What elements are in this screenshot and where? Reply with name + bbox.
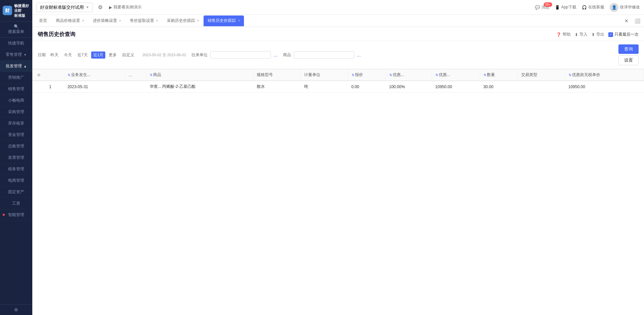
- tab-label: 商品价格设置: [56, 18, 80, 24]
- cell-discount-amount: 10950.00: [432, 81, 480, 93]
- sidebar-settings-button[interactable]: ⚙: [0, 304, 32, 315]
- col-business-date[interactable]: ⇅业务发生...: [64, 69, 125, 81]
- tab-purchase-history[interactable]: 采购历史价跟踪 ×: [163, 15, 203, 26]
- tab-home[interactable]: 首页: [35, 15, 51, 26]
- date-btn-custom[interactable]: 自定义: [120, 51, 136, 59]
- col-discount-rate[interactable]: ⇅优惠...: [386, 69, 432, 81]
- tab-close-icon[interactable]: ×: [119, 19, 121, 23]
- date-btn-more[interactable]: 更多: [107, 51, 119, 59]
- tab-close-icon[interactable]: ×: [238, 19, 240, 23]
- maximize-tab-button[interactable]: ⬜: [633, 17, 641, 25]
- app-download-label: App下载: [561, 4, 576, 10]
- product-dots[interactable]: ...: [357, 52, 361, 58]
- sidebar-item-inventory[interactable]: 库存核算: [0, 118, 32, 129]
- sort-icon: ⇅: [484, 73, 486, 77]
- col-discount-amount[interactable]: ⇅优惠...: [432, 69, 480, 81]
- sidebar-item-label: 小畅电商: [8, 98, 24, 103]
- tabbar: 首页 商品价格设置 × 进价策略设置 × 售价提取设置 × 采购历史价跟踪 × …: [32, 15, 644, 27]
- only-last-checkbox[interactable]: ✓ 只看最后一次: [608, 32, 639, 37]
- tab-close-icon[interactable]: ×: [156, 19, 158, 23]
- tab-sale-extract[interactable]: 售价提取设置 ×: [126, 15, 162, 26]
- topbar-right: 💬 消息 99+ 📱 App下载 🎧 在线客服 👤 徐泽华修改: [535, 3, 640, 12]
- online-service-button[interactable]: 🎧 在线客服: [582, 4, 604, 10]
- product-filter-label: 商品: [283, 52, 291, 58]
- chevron-down-icon: ▼: [86, 5, 89, 9]
- sidebar-item-invoice[interactable]: 发票管理: [0, 152, 32, 164]
- supplier-input[interactable]: [210, 51, 271, 59]
- col-unit[interactable]: 计量单位: [301, 69, 348, 81]
- sidebar-item-sales[interactable]: 销售管理: [0, 83, 32, 95]
- supplier-dots[interactable]: ...: [274, 52, 278, 58]
- sidebar-item-label: 营销推广: [8, 75, 24, 80]
- help-button[interactable]: ❓ 帮助: [556, 32, 571, 37]
- col-no: [46, 69, 64, 81]
- cell-spec: 散水: [253, 81, 301, 93]
- cell-pretax-price: 10950.00: [565, 81, 644, 93]
- tab-price[interactable]: 商品价格设置 ×: [52, 15, 88, 26]
- sidebar-search[interactable]: 🔍 搜索菜单: [0, 22, 32, 38]
- import-label: 导入: [579, 32, 587, 37]
- col-settings[interactable]: ⚙: [32, 69, 46, 81]
- sidebar-item-smart[interactable]: 智能管理: [0, 209, 32, 221]
- main-area: 好业财标准版交付试用 ▼ ⚙ ▶ 我要看实例演示 💬 消息 99+ 📱 App下…: [32, 0, 644, 315]
- sidebar-item-marketing[interactable]: 营销推广: [0, 72, 32, 83]
- tab-sales-history[interactable]: 销售历史价跟踪 ×: [204, 15, 244, 26]
- sidebar: 财 畅捷通好业财 标准版 🔍 搜索菜单 快捷导航 零售管理 ▼ 批发管理 ▲ 营…: [0, 0, 32, 315]
- sidebar-item-retail[interactable]: 零售管理 ▼: [0, 49, 32, 61]
- sidebar-logo: 财 畅捷通好业财 标准版: [0, 0, 32, 22]
- date-btn-last1month[interactable]: 近1月: [91, 51, 106, 59]
- tab-purchase-strategy[interactable]: 进价策略设置 ×: [89, 15, 125, 26]
- col-trade-type[interactable]: 交易类型: [517, 69, 565, 81]
- sidebar-item-finance[interactable]: 资金管理: [0, 129, 32, 141]
- cell-business-date: 2023-05-31: [64, 81, 125, 93]
- help-icon: ❓: [556, 32, 561, 37]
- settings-icon: ⚙: [14, 307, 18, 312]
- date-btn-yesterday[interactable]: 昨天: [48, 51, 61, 59]
- chevron-icon: ▲: [24, 65, 27, 68]
- sidebar-item-label: 电商管理: [8, 178, 24, 183]
- col-quoted-price[interactable]: ⇅报价: [348, 69, 386, 81]
- col-quantity[interactable]: ⇅数量: [480, 69, 517, 81]
- supplier-filter-label: 往来单位: [191, 52, 208, 58]
- filter-bar: 日期 昨天 今天 近7天 近1月 更多 自定义 2023-05-02 至 202…: [32, 41, 644, 69]
- user-menu[interactable]: 👤 徐泽华修改: [610, 3, 640, 12]
- sidebar-item-label: 采购管理: [8, 109, 24, 114]
- tab-label: 首页: [39, 18, 47, 24]
- query-button[interactable]: 查询: [618, 44, 639, 54]
- tab-close-icon[interactable]: ×: [82, 19, 84, 23]
- topbar-settings-icon[interactable]: ⚙: [96, 3, 105, 12]
- close-tab-button[interactable]: ✕: [622, 17, 631, 25]
- messages-button[interactable]: 💬 消息 99+: [535, 4, 549, 10]
- col-spec[interactable]: 规格型号: [253, 69, 301, 81]
- sidebar-item-label: 库存核算: [8, 121, 24, 126]
- col-pretax-price[interactable]: ⇅优惠前无税单价: [565, 69, 644, 81]
- date-btn-today[interactable]: 今天: [62, 51, 74, 59]
- table-header-row: ⚙ ⇅业务发生... ... ⇅商品 规格型号 计量单位 ⇅报价 ⇅优惠... …: [32, 69, 644, 81]
- sidebar-item-payroll[interactable]: 工资: [0, 198, 32, 209]
- online-service-label: 在线客服: [588, 4, 604, 10]
- module-selector[interactable]: 好业财标准版交付试用 ▼: [36, 3, 93, 12]
- settings-button[interactable]: 设置: [618, 55, 639, 65]
- tab-close-icon[interactable]: ×: [197, 19, 199, 23]
- sidebar-item-tax[interactable]: 税务管理: [0, 164, 32, 175]
- col-more[interactable]: ...: [125, 69, 146, 81]
- sort-icon: ⇅: [435, 73, 438, 77]
- import-button[interactable]: ⬇ 导入: [575, 32, 587, 37]
- app-download-button[interactable]: 📱 App下载: [555, 4, 576, 10]
- date-btn-last7[interactable]: 近7天: [75, 51, 90, 59]
- sidebar-item-fixed-assets[interactable]: 固定资产: [0, 186, 32, 198]
- sidebar-item-ecommerce-small[interactable]: 小畅电商: [0, 95, 32, 106]
- sidebar-item-wholesale[interactable]: 批发管理 ▲: [0, 61, 32, 72]
- export-button[interactable]: ⬆ 导出: [592, 32, 604, 37]
- sidebar-item-general-ledger[interactable]: 总账管理: [0, 141, 32, 152]
- tab-label: 售价提取设置: [130, 18, 154, 24]
- sidebar-item-quick-nav[interactable]: 快捷导航: [0, 38, 32, 49]
- sidebar-item-ecommerce[interactable]: 电商管理: [0, 175, 32, 186]
- sidebar-item-purchase[interactable]: 采购管理: [0, 106, 32, 118]
- phone-icon: 📱: [555, 5, 560, 10]
- product-input[interactable]: [294, 51, 354, 59]
- col-product[interactable]: ⇅商品: [146, 69, 253, 81]
- demo-link[interactable]: ▶ 我要看实例演示: [109, 4, 142, 10]
- supplier-filter-group: 往来单位 ...: [191, 51, 278, 59]
- sidebar-item-label: 批发管理: [6, 64, 22, 68]
